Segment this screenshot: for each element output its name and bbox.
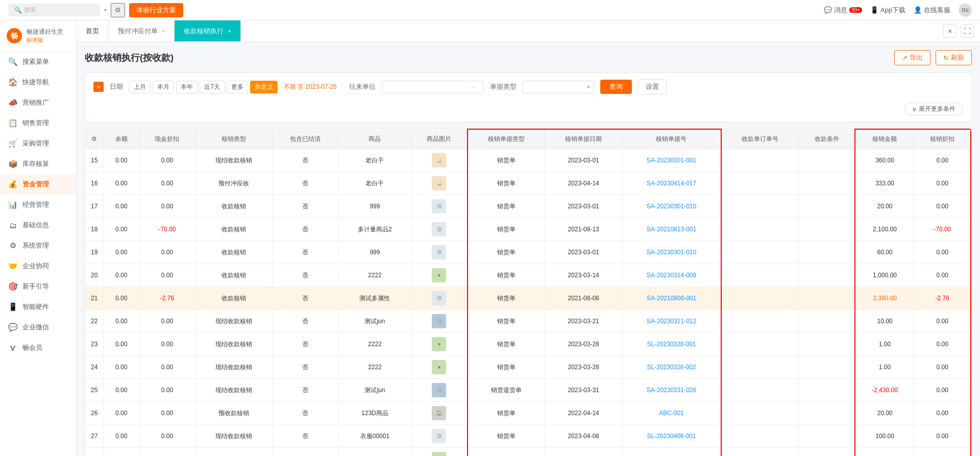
row-writeoff-amount: 1.00 [855,356,914,379]
search-box[interactable]: 🔍 搜索 [8,4,100,16]
table-row: 19 0.00 0.00 收款核销 否 999 🖼 销货单 2023-03-01… [85,241,971,264]
bill-no-link[interactable]: SA-20230331-026 [647,387,696,394]
sidebar-item-basic[interactable]: 🗂 基础信息 [0,215,76,235]
tab-receipt[interactable]: 收款核销执行 × [175,20,240,41]
row-writeoff-discount: 0.00 [914,379,971,402]
tab-prepay-close-icon[interactable]: × [162,28,165,34]
more-date-button[interactable]: 更多 [227,81,248,93]
row-bill-no[interactable]: SA-20230301-010 [622,195,721,218]
app-download-button[interactable]: 📱 App下载 [870,6,905,15]
bill-no-link[interactable]: SL-20230328-002 [647,364,696,371]
row-index: 24 [85,356,104,379]
gear-button[interactable]: ⚙ [111,3,125,17]
collapse-filter-button[interactable]: » [93,82,104,92]
row-bill-no[interactable]: SA-20230321-012 [622,310,721,333]
bill-no-link[interactable]: SA-20230321-012 [647,318,696,325]
last-month-button[interactable]: 上月 [129,81,151,93]
table-settings-icon[interactable]: ⚙ [91,135,97,142]
row-bill-date: 2023-03-28 [545,356,622,379]
settings-col-header[interactable]: ⚙ [85,129,104,149]
bill-no-link[interactable]: SA-20230414-017 [647,180,696,187]
bill-no-link[interactable]: SA-20230301-001 [647,157,696,164]
trial-button[interactable]: 体验行业方案 [129,3,183,17]
sidebar-item-search[interactable]: 🔍 搜索菜单 [0,52,76,72]
row-writeoff-discount: 0.00 [914,333,971,356]
last-7days-button[interactable]: 近7天 [200,81,225,93]
from-unit-input[interactable] [387,83,469,91]
row-receipt-order-no [721,241,799,264]
dropdown-arrow-icon[interactable]: ▾ [104,7,107,13]
close-tab-button[interactable]: × [943,25,957,38]
chevron-down-icon: ∨ [912,106,917,113]
sidebar-item-purchase[interactable]: 🛒 采购管理 [0,133,76,154]
this-year-button[interactable]: 本年 [176,81,198,93]
sidebar-item-system[interactable]: ⚙ 系统管理 [0,235,76,256]
bill-no-link[interactable]: SA-20210813-001 [647,226,696,233]
row-bill-no[interactable]: ABC-001 [622,402,721,425]
row-bill-no[interactable]: SA-20230301-010 [622,241,721,264]
query-button[interactable]: 查询 [600,80,632,94]
document-type-select[interactable] [523,81,594,93]
sidebar-item-hardware[interactable]: 📱 智能硬件 [0,297,76,317]
row-writeoff-amount: 10.00 [855,310,914,333]
row-cash-discount: 0.00 [139,149,195,172]
row-balance: 0.00 [104,310,139,333]
document-type-select-wrap[interactable] [523,81,594,93]
row-bill-no[interactable]: SL-20230328-001 [622,333,721,356]
ellipsis-button[interactable]: ··· [471,83,476,90]
receipt-condition-col-header: 收款条件 [799,129,855,149]
sidebar-item-operation[interactable]: 📊 经营管理 [0,195,76,215]
sidebar-item-shortcut[interactable]: 🏠 快捷导航 [0,72,76,92]
sidebar-item-guide[interactable]: 🎯 新手引导 [0,276,76,297]
row-bill-no[interactable]: SA-20210808-001 [622,287,721,310]
refresh-button[interactable]: ↻ 刷新 [936,50,972,65]
search-placeholder: 搜索 [24,6,36,14]
row-bill-no[interactable]: SL-20230408-001 [622,425,721,448]
tab-home[interactable]: 首页 [77,20,109,41]
table-container[interactable]: ⚙ 余额 现金折扣 核销类型 包含已结清 商品 商品图片 核销单据类型 核销单据… [85,129,971,456]
this-month-button[interactable]: 本月 [153,81,174,93]
row-bill-type: 销货单 [468,333,545,356]
export-button[interactable]: ↗ 导出 [894,50,930,65]
bill-no-link[interactable]: SA-20230314-008 [647,272,696,279]
sidebar-item-member[interactable]: V 畅会员 [0,338,76,358]
settings-button[interactable]: 设置 [638,79,667,94]
row-bill-no[interactable]: SL-20230418-001 [622,448,721,457]
row-bill-no[interactable]: SA-20230331-026 [622,379,721,402]
bill-no-link[interactable]: SL-20230408-001 [647,433,696,440]
sidebar-item-sales[interactable]: 📋 销售管理 [0,113,76,133]
maximize-tab-button[interactable]: ⛶ [961,25,974,38]
tab-prepay[interactable]: 预付冲应付单 × [109,20,175,41]
bill-no-link[interactable]: ABC-001 [659,410,684,417]
online-service-button[interactable]: 👤 在线客服 [914,6,950,15]
bill-no-link[interactable]: SA-20210808-001 [647,295,696,302]
date-range-display: 不限 至 2023-07-26 [284,83,337,91]
table-row: 16 0.00 0.00 预付冲应收 否 老白干 🍶 销货单 2023-04-1… [85,172,971,195]
expand-more-button[interactable]: ∨ 展开更多条件 [904,103,963,115]
bill-type-col-header: 核销单据类型 [468,129,545,149]
sidebar-item-wechat[interactable]: 💬 企业微信 [0,317,76,338]
tab-receipt-close-icon[interactable]: × [228,28,231,34]
row-bill-no[interactable]: SA-20210813-001 [622,218,721,241]
sidebar-logo-text: 畅捷通好生意 标准版 [27,28,63,43]
sidebar-item-finance[interactable]: 💰 资金管理 [0,174,76,195]
bill-no-link[interactable]: SL-20230328-001 [647,341,696,348]
sidebar-item-inventory[interactable]: 📦 库存核算 [0,154,76,174]
row-product: 老白干 [339,149,411,172]
purchase-icon: 🛒 [8,139,17,148]
from-unit-input-wrap[interactable]: ··· [382,81,484,93]
sidebar-item-enterprise[interactable]: 🤝 企业协同 [0,256,76,276]
custom-date-button[interactable]: 自定义 [250,81,278,93]
bill-no-link[interactable]: SA-20230301-010 [647,203,696,210]
online-service-label: 在线客服 [924,6,950,15]
row-bill-no[interactable]: SL-20230328-002 [622,356,721,379]
sidebar-item-marketing[interactable]: 📣 营销推广 [0,92,76,113]
user-avatar[interactable]: Rit [959,4,972,17]
message-button[interactable]: 💬 消息 99+ [824,6,862,15]
row-bill-no[interactable]: SA-20230414-017 [622,172,721,195]
row-balance: 0.00 [104,425,139,448]
row-bill-no[interactable]: SA-20230314-008 [622,264,721,287]
bill-no-link[interactable]: SA-20230301-010 [647,249,696,256]
row-writeoff-type: 收款核销 [195,241,272,264]
row-bill-no[interactable]: SA-20230301-001 [622,149,721,172]
